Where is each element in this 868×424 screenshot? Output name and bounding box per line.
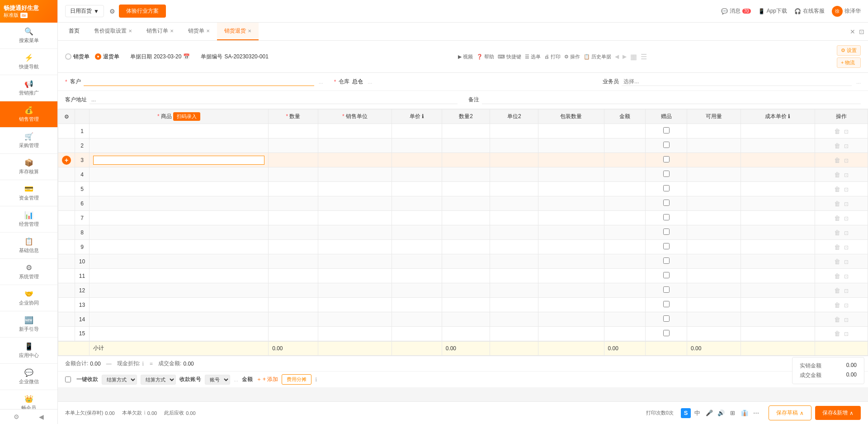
salesperson-input[interactable] — [622, 77, 852, 86]
row-cost-price-cell[interactable] — [741, 240, 815, 254]
tool-more-icon[interactable]: ⋯ — [751, 408, 761, 418]
row-copy-icon[interactable]: ⊡ — [844, 129, 849, 135]
row-quantity-cell[interactable] — [269, 269, 318, 283]
row-gift-cell[interactable] — [646, 196, 687, 211]
row-product-cell[interactable] — [90, 312, 269, 327]
tab-sales-order[interactable]: 销售订单 ✕ — [139, 23, 181, 40]
row-unit-price-cell[interactable] — [392, 211, 442, 225]
row-unit2-cell[interactable] — [490, 327, 538, 341]
row-qty2-cell[interactable] — [442, 254, 490, 269]
row-available-cell[interactable] — [687, 182, 741, 196]
tool-mic-icon[interactable]: 🎤 — [704, 408, 714, 418]
row-unit2-cell[interactable] — [490, 312, 538, 327]
daily-select[interactable]: 日用百货 ▼ — [65, 5, 104, 17]
row-unit2-cell[interactable] — [490, 240, 538, 254]
tab-home[interactable]: 首页 — [61, 23, 87, 40]
row-available-cell[interactable] — [687, 327, 741, 341]
tool-s-icon[interactable]: S — [681, 408, 691, 418]
row-unit2-cell[interactable] — [490, 298, 538, 312]
row-amount-cell[interactable] — [604, 182, 646, 196]
row-cost-price-cell[interactable] — [741, 211, 815, 225]
online-service-item[interactable]: 🎧 在线客服 — [794, 7, 825, 15]
row-qty2-cell[interactable] — [442, 327, 490, 341]
row-copy-icon[interactable]: ⊡ — [844, 172, 849, 178]
sidebar-item-shortcut[interactable]: ⚡ 快捷导航 — [0, 49, 57, 75]
row-gift-cell[interactable] — [646, 298, 687, 312]
row-amount-cell[interactable] — [604, 327, 646, 341]
row-unit2-cell[interactable] — [490, 269, 538, 283]
row-delete-icon[interactable]: 🗑 — [834, 258, 840, 265]
row-package-qty-cell[interactable] — [538, 211, 604, 225]
sidebar-item-guide[interactable]: 🆕 新手引导 — [0, 311, 57, 338]
row-package-qty-cell[interactable] — [538, 138, 604, 153]
row-gift-cell[interactable] — [646, 312, 687, 327]
row-qty2-cell[interactable] — [442, 312, 490, 327]
row-copy-icon[interactable]: ⊡ — [844, 273, 849, 280]
gift-checkbox[interactable] — [663, 156, 670, 162]
settings-bottom-icon[interactable]: ⚙ — [14, 413, 19, 420]
row-product-cell[interactable] — [90, 327, 269, 341]
row-quantity-cell[interactable] — [269, 254, 318, 269]
row-unit-price-cell[interactable] — [392, 254, 442, 269]
row-copy-icon[interactable]: ⊡ — [844, 215, 849, 222]
gift-checkbox[interactable] — [663, 229, 670, 235]
sidebar-item-operations[interactable]: 📊 经营管理 — [0, 206, 57, 233]
row-unit-price-cell[interactable] — [392, 182, 442, 196]
row-unit-price-cell[interactable] — [392, 167, 442, 182]
row-sales-unit-cell[interactable] — [318, 225, 392, 240]
row-cost-price-cell[interactable] — [741, 124, 815, 138]
row-product-cell[interactable] — [90, 283, 269, 298]
save-new-btn[interactable]: 保存&新增 ∧ — [815, 406, 861, 420]
row-quantity-cell[interactable] — [269, 240, 318, 254]
row-gift-cell[interactable] — [646, 153, 687, 167]
row-copy-icon[interactable]: ⊡ — [844, 186, 849, 193]
row-unit2-cell[interactable] — [490, 254, 538, 269]
sidebar-item-inventory[interactable]: 📦 库存核算 — [0, 154, 57, 180]
row-quantity-cell[interactable] — [269, 182, 318, 196]
row-sales-unit-cell[interactable] — [318, 167, 392, 182]
row-available-cell[interactable] — [687, 240, 741, 254]
row-unit-price-cell[interactable] — [392, 283, 442, 298]
row-delete-icon[interactable]: 🗑 — [834, 214, 840, 222]
row-product-cell[interactable] — [90, 269, 269, 283]
row-available-cell[interactable] — [687, 269, 741, 283]
row-qty2-cell[interactable] — [442, 167, 490, 182]
row-gift-cell[interactable] — [646, 240, 687, 254]
row-unit-price-cell[interactable] — [392, 124, 442, 138]
row-cost-price-cell[interactable] — [741, 196, 815, 211]
row-product-cell[interactable] — [90, 153, 269, 167]
row-cost-price-cell[interactable] — [741, 225, 815, 240]
row-package-qty-cell[interactable] — [538, 225, 604, 240]
toolbar-print-btn[interactable]: 🖨 打印 — [544, 53, 561, 60]
nav-prev-icon[interactable]: ◀ — [615, 53, 619, 60]
grid-view-icon[interactable]: ▦ — [630, 52, 637, 61]
row-unit-price-cell[interactable] — [392, 312, 442, 327]
sidebar-item-member[interactable]: 👑 畅会员 — [0, 390, 57, 409]
row-package-qty-cell[interactable] — [538, 298, 604, 312]
row-copy-icon[interactable]: ⊡ — [844, 244, 849, 251]
row-package-qty-cell[interactable] — [538, 269, 604, 283]
row-amount-cell[interactable] — [604, 312, 646, 327]
row-unit2-cell[interactable] — [490, 196, 538, 211]
row-qty2-cell[interactable] — [442, 138, 490, 153]
row-amount-cell[interactable] — [604, 124, 646, 138]
row-qty2-cell[interactable] — [442, 225, 490, 240]
row-delete-icon[interactable]: 🗑 — [834, 287, 840, 294]
address-input[interactable] — [90, 95, 458, 104]
row-available-cell[interactable] — [687, 167, 741, 182]
row-qty2-cell[interactable] — [442, 196, 490, 211]
row-amount-cell[interactable] — [604, 240, 646, 254]
tool-audio-icon[interactable]: 🔊 — [716, 408, 726, 418]
row-qty2-cell[interactable] — [442, 283, 490, 298]
row-available-cell[interactable] — [687, 312, 741, 327]
gift-checkbox[interactable] — [663, 272, 670, 278]
row-amount-cell[interactable] — [604, 283, 646, 298]
row-delete-icon[interactable]: 🗑 — [834, 186, 840, 193]
row-gift-cell[interactable] — [646, 124, 687, 138]
customer-input[interactable] — [84, 77, 314, 86]
row-sales-unit-cell[interactable] — [318, 283, 392, 298]
row-delete-icon[interactable]: 🗑 — [834, 171, 840, 178]
row-copy-icon[interactable]: ⊡ — [844, 230, 849, 236]
one-click-checkbox[interactable] — [65, 376, 71, 382]
row-sales-unit-cell[interactable] — [318, 254, 392, 269]
